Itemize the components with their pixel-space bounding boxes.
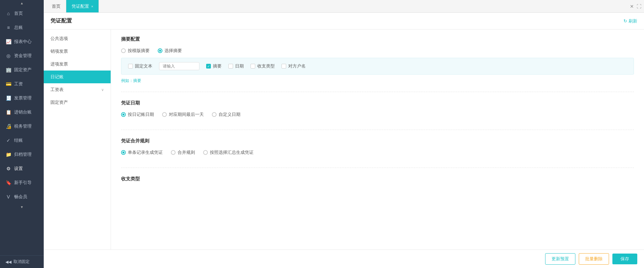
- refresh-button[interactable]: ↻ 刷新: [623, 18, 637, 24]
- guide-icon: 🔖: [5, 180, 11, 185]
- left-nav: 公共选项 销项发票 进项发票 日记账 工资表 ∨ 固定资产: [44, 30, 111, 250]
- right-content: 摘要配置 按模版摘要 选择摘要 固定文本: [111, 30, 644, 250]
- income-expense-title: 收支类型: [121, 176, 634, 182]
- window-maximize-button[interactable]: ⛶: [637, 4, 641, 9]
- tab-voucher-config-label: 凭证配置: [72, 3, 89, 9]
- sidebar-item-label: 归档管理: [14, 151, 32, 158]
- checkbox-counterpart[interactable]: 对方户名: [281, 63, 306, 69]
- sidebar-item-purchase-sales[interactable]: 📋 进销台账: [0, 105, 44, 119]
- left-nav-salary-table[interactable]: 工资表 ∨: [44, 83, 111, 96]
- summary-radio-select[interactable]: 选择摘要: [158, 48, 182, 54]
- merge-rules-merge-circle: [171, 150, 176, 155]
- tab-home[interactable]: 首页: [46, 0, 66, 12]
- tab-home-label: 首页: [52, 3, 61, 9]
- checkbox-date-label: 日期: [235, 63, 244, 69]
- sidebar-unpin-button[interactable]: ◀◀ 取消固定: [0, 255, 44, 268]
- content-area: 公共选项 销项发票 进项发票 日记账 工资表 ∨ 固定资产 摘要配置: [44, 30, 644, 250]
- summary-config-title: 摘要配置: [121, 36, 634, 42]
- window-close-button[interactable]: ✕: [630, 4, 634, 9]
- summary-radio-select-label: 选择摘要: [164, 48, 182, 54]
- merge-rules-select-merge-label: 按照选择汇总生成凭证: [210, 149, 254, 155]
- merge-rules-radio-select-merge[interactable]: 按照选择汇总生成凭证: [203, 149, 254, 155]
- left-nav-salary-table-label: 工资表: [50, 87, 64, 93]
- update-preview-button[interactable]: 更新预置: [545, 253, 575, 265]
- sidebar-item-close[interactable]: ✓ 结账: [0, 133, 44, 147]
- left-nav-journal[interactable]: 日记账: [44, 71, 111, 83]
- voucher-date-custom-circle: [212, 112, 217, 117]
- merge-rules-radio-single[interactable]: 单条记录生成凭证: [121, 149, 163, 155]
- merge-rules-single-circle: [121, 150, 126, 155]
- checkbox-payment-type-box: [251, 64, 255, 69]
- sidebar-item-funds[interactable]: ◎ 资金管理: [0, 49, 44, 63]
- refresh-label: 刷新: [629, 18, 637, 24]
- sidebar-item-home[interactable]: ⌂ 首页: [0, 6, 44, 20]
- sidebar-item-label: 畅会员: [14, 194, 27, 200]
- salary-icon: 💳: [5, 81, 11, 87]
- ledger-icon: ≡: [5, 25, 11, 30]
- archive-icon: 📁: [5, 152, 11, 157]
- summary-config-section: 摘要配置 按模版摘要 选择摘要 固定文本: [121, 36, 634, 92]
- sidebar-item-archive[interactable]: 📁 归档管理: [0, 147, 44, 162]
- summary-radio-template[interactable]: 按模版摘要: [121, 48, 150, 54]
- funds-icon: ◎: [5, 53, 11, 58]
- save-button[interactable]: 保存: [612, 254, 637, 264]
- voucher-date-radio-custom[interactable]: 自定义日期: [212, 111, 240, 118]
- voucher-date-title: 凭证日期: [121, 100, 634, 106]
- reports-icon: 📈: [5, 39, 11, 44]
- member-icon: V: [5, 194, 11, 199]
- left-nav-purchase-invoice[interactable]: 进项发票: [44, 58, 111, 71]
- tax-icon: 🔏: [5, 124, 11, 129]
- sidebar-item-label: 资金管理: [14, 53, 32, 59]
- checkbox-fixed-text-label: 固定文本: [135, 63, 152, 69]
- batch-delete-button[interactable]: 批量删除: [579, 253, 609, 265]
- sidebar-item-settings[interactable]: ⚙ 设置: [0, 162, 44, 176]
- merge-rules-section: 凭证合并规则 单条记录生成凭证 合并规则 按照选择汇总生成凭证: [121, 138, 634, 168]
- tab-close-icon[interactable]: ×: [91, 4, 93, 8]
- left-nav-sales-invoice[interactable]: 销项发票: [44, 45, 111, 58]
- voucher-date-journal-circle: [121, 112, 126, 117]
- main-area: 首页 凭证配置 × ✕ ⛶ 凭证配置 ↻ 刷新 公共选项 销项发票 进: [44, 0, 644, 268]
- voucher-date-radio-journal[interactable]: 按日记账日期: [121, 111, 154, 118]
- sidebar-item-label: 税务管理: [14, 123, 32, 129]
- invoice-mgmt-icon: 🧾: [5, 95, 11, 101]
- checkbox-summary[interactable]: ✓ 摘要: [206, 63, 222, 69]
- left-nav-public[interactable]: 公共选项: [44, 32, 111, 45]
- sidebar-item-ledger[interactable]: ≡ 总账: [0, 20, 44, 35]
- sidebar-item-fixed-assets[interactable]: 🏢 固定资产: [0, 63, 44, 77]
- sidebar-item-invoice-mgmt[interactable]: 🧾 发票管理: [0, 91, 44, 105]
- checkbox-payment-type-label: 收支类型: [257, 63, 275, 69]
- sidebar-scroll-up[interactable]: ▲: [0, 0, 44, 6]
- income-expense-section: 收支类型: [121, 176, 634, 182]
- checkbox-counterpart-label: 对方户名: [288, 63, 306, 69]
- sidebar-item-guide[interactable]: 🔖 新手引导: [0, 176, 44, 190]
- sidebar-item-tax[interactable]: 🔏 税务管理: [0, 119, 44, 133]
- sidebar-item-label: 新手引导: [14, 180, 32, 186]
- tab-voucher-config[interactable]: 凭证配置 ×: [66, 0, 99, 12]
- sidebar-scroll-down[interactable]: ▼: [0, 204, 44, 210]
- summary-radio-template-circle: [121, 48, 126, 53]
- checkbox-fixed-text[interactable]: 固定文本: [128, 63, 152, 69]
- left-nav-journal-label: 日记账: [50, 74, 64, 80]
- settings-icon: ⚙: [5, 166, 11, 171]
- purchase-sales-icon: 📋: [5, 109, 11, 115]
- checkbox-payment-type[interactable]: 收支类型: [251, 63, 275, 69]
- sidebar: ▲ ⌂ 首页 ≡ 总账 📈 报表中心 ◎ 资金管理 🏢 固定资产 💳 工资 🧾 …: [0, 0, 44, 268]
- voucher-date-radio-group: 按日记账日期 对应期间最后一天 自定义日期: [121, 111, 634, 118]
- tab-bar: 首页 凭证配置 × ✕ ⛶: [44, 0, 644, 13]
- merge-rules-radio-merge[interactable]: 合并规则: [171, 149, 195, 155]
- sidebar-item-label: 报表中心: [14, 39, 32, 45]
- left-nav-fixed-assets[interactable]: 固定资产: [44, 96, 111, 109]
- page-title: 凭证配置: [50, 17, 72, 25]
- checkbox-date[interactable]: 日期: [228, 63, 244, 69]
- summary-checkbox-row: 固定文本 ✓ 摘要 日期 收支类型: [121, 58, 634, 75]
- refresh-icon: ↻: [623, 18, 627, 24]
- sidebar-item-reports[interactable]: 📈 报表中心: [0, 35, 44, 49]
- sidebar-item-salary[interactable]: 💳 工资: [0, 77, 44, 91]
- summary-radio-select-circle: [158, 48, 162, 53]
- sidebar-bottom-label: 取消固定: [13, 259, 30, 265]
- merge-rules-radio-group: 单条记录生成凭证 合并规则 按照选择汇总生成凭证: [121, 149, 634, 155]
- sidebar-item-label: 发票管理: [14, 95, 32, 101]
- sidebar-item-member[interactable]: V 畅会员: [0, 190, 44, 204]
- fixed-text-input[interactable]: [159, 62, 199, 70]
- voucher-date-radio-period[interactable]: 对应期间最后一天: [162, 111, 204, 118]
